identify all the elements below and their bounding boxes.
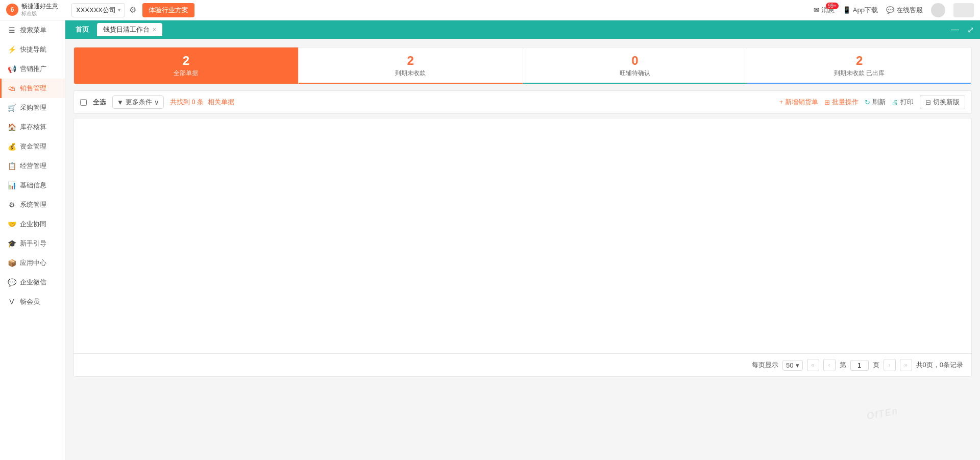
summary-cards: 2 全部单据 2 到期未收款 0 旺辅待确认 2 到期未收款 已出库: [74, 47, 972, 84]
sidebar-item-14[interactable]: V 畅会员: [0, 292, 65, 311]
sidebar-icon-5: 🏠: [8, 123, 16, 131]
sidebar-item-7[interactable]: 📋 经营管理: [0, 156, 65, 176]
app-header: 6 畅捷通好生意 标准版 XXXXXX公司 ▾ ⚙ 体验行业方案 ✉ 消息 99…: [0, 0, 980, 20]
sidebar-icon-10: 🤝: [8, 220, 16, 228]
card-count-3: 2: [757, 54, 961, 68]
sidebar-icon-3: 🛍: [8, 84, 16, 92]
summary-card-2[interactable]: 0 旺辅待确认: [523, 47, 748, 84]
sidebar-label-11: 新手引导: [20, 239, 46, 248]
card-count-1: 2: [309, 54, 512, 68]
page-size-value: 50: [786, 361, 793, 369]
batch-icon: ⊞: [824, 99, 830, 106]
sidebar-item-13[interactable]: 💬 企业微信: [0, 273, 65, 292]
sidebar: ☰ 搜索菜单 ⚡ 快捷导航 📢 营销推广 🛍 销售管理 🛒 采购管理 🏠 库存核…: [0, 20, 65, 460]
sidebar-icon-8: 📊: [8, 181, 16, 189]
sidebar-icon-7: 📋: [8, 162, 16, 170]
online-service-button[interactable]: 💬 在线客服: [886, 6, 923, 15]
page-next-label: 页: [873, 360, 879, 370]
summary-card-3[interactable]: 2 到期未收款 已出库: [747, 47, 971, 84]
last-page-button[interactable]: »: [900, 359, 912, 371]
settings-icon[interactable]: ⚙: [129, 5, 136, 15]
related-docs-link[interactable]: 相关单据: [208, 98, 234, 106]
page-size-select[interactable]: 50 ▾: [782, 360, 802, 371]
prev-page-icon: ‹: [828, 361, 830, 369]
print-button[interactable]: 🖨 打印: [892, 98, 914, 107]
avatar[interactable]: [931, 3, 945, 17]
sidebar-label-1: 快捷导航: [20, 45, 46, 54]
sidebar-item-0[interactable]: ☰ 搜索菜单: [0, 20, 65, 40]
refresh-button[interactable]: ↻ 刷新: [865, 98, 886, 107]
download-icon: 📱: [843, 6, 851, 14]
tab-workbench[interactable]: 钱货日清工作台 ×: [97, 23, 162, 36]
card-label-1: 到期未收款: [309, 69, 512, 78]
pagination: 每页显示 50 ▾ « ‹ 第 页 › » 共0页，0条记录: [74, 353, 971, 376]
sidebar-item-6[interactable]: 💰 资金管理: [0, 137, 65, 156]
prev-page-button[interactable]: ‹: [823, 359, 836, 371]
print-label: 打印: [900, 98, 914, 107]
app-logo: 6 畅捷通好生意 标准版: [6, 3, 71, 17]
user-name-placeholder[interactable]: [953, 3, 974, 17]
sidebar-label-5: 库存核算: [20, 123, 46, 132]
sidebar-item-12[interactable]: 📦 应用中心: [0, 253, 65, 273]
last-page-icon: »: [904, 361, 908, 369]
select-all-checkbox[interactable]: [80, 99, 87, 106]
sidebar-item-10[interactable]: 🤝 企业协同: [0, 214, 65, 234]
print-icon: 🖨: [892, 99, 898, 106]
company-name: XXXXXX公司: [76, 6, 116, 15]
sidebar-item-4[interactable]: 🛒 采购管理: [0, 98, 65, 117]
sidebar-item-3[interactable]: 🛍 销售管理: [0, 79, 65, 98]
tab-maximize-icon[interactable]: ⤢: [965, 24, 976, 36]
first-page-button[interactable]: «: [807, 359, 819, 371]
logo-icon: 6: [6, 4, 18, 16]
sidebar-label-7: 经营管理: [20, 161, 46, 171]
app-download-label: App下载: [853, 6, 878, 15]
filter-icon: ▼: [117, 99, 124, 106]
app-download-button[interactable]: 📱 App下载: [843, 6, 878, 15]
app-version: 标准版: [21, 10, 58, 17]
sidebar-icon-6: 💰: [8, 142, 16, 151]
chevron-icon: ∨: [154, 99, 159, 106]
count-number: 0: [192, 98, 195, 106]
summary-card-1[interactable]: 2 到期未收款: [299, 47, 523, 84]
add-sales-order-button[interactable]: + 新增销货单: [779, 98, 818, 107]
sidebar-label-10: 企业协同: [20, 220, 46, 229]
card-label-3: 到期未收款 已出库: [757, 69, 961, 78]
sidebar-label-6: 资金管理: [20, 142, 46, 151]
sidebar-label-2: 营销推广: [20, 64, 46, 74]
refresh-label: 刷新: [872, 98, 886, 107]
sidebar-label-13: 企业微信: [20, 278, 46, 287]
message-badge: 99+: [826, 3, 839, 9]
toolbar-left: 全选 ▼ 更多条件 ∨ 共找到 0 条 相关单据: [80, 95, 234, 109]
sidebar-item-8[interactable]: 📊 基础信息: [0, 176, 65, 195]
sidebar-label-3: 销售管理: [20, 84, 46, 93]
company-selector[interactable]: XXXXXX公司 ▾: [71, 3, 125, 17]
sidebar-icon-13: 💬: [8, 278, 16, 286]
trial-button[interactable]: 体验行业方案: [142, 3, 194, 17]
sidebar-item-9[interactable]: ⚙ 系统管理: [0, 195, 65, 214]
add-sales-order-label: + 新增销货单: [779, 98, 818, 107]
count-info: 共找到 0 条 相关单据: [170, 98, 234, 107]
online-service-label: 在线客服: [896, 6, 923, 15]
sidebar-item-5[interactable]: 🏠 库存核算: [0, 117, 65, 137]
sidebar-item-2[interactable]: 📢 营销推广: [0, 59, 65, 79]
sidebar-item-11[interactable]: 🎓 新手引导: [0, 234, 65, 253]
card-underline-3: [747, 83, 971, 84]
sidebar-item-1[interactable]: ⚡ 快捷导航: [0, 40, 65, 59]
toolbar: 全选 ▼ 更多条件 ∨ 共找到 0 条 相关单据 + 新增销货单 ⊞ 批量操作: [74, 90, 972, 114]
page-number-input[interactable]: [850, 360, 869, 371]
batch-operation-button[interactable]: ⊞ 批量操作: [824, 98, 859, 107]
summary-card-0[interactable]: 2 全部单据: [74, 47, 299, 84]
message-icon: ✉: [814, 6, 819, 14]
switch-icon: ⊟: [925, 99, 931, 106]
next-page-button[interactable]: ›: [884, 359, 896, 371]
sidebar-label-8: 基础信息: [20, 181, 46, 190]
switch-version-button[interactable]: ⊟ 切换新版: [920, 95, 965, 109]
first-page-icon: «: [811, 361, 815, 369]
filter-button[interactable]: ▼ 更多条件 ∨: [112, 95, 164, 109]
tab-minimize-icon[interactable]: —: [949, 24, 961, 36]
sidebar-icon-4: 🛒: [8, 104, 16, 112]
message-button[interactable]: ✉ 消息 99+: [814, 6, 835, 15]
tab-close-icon[interactable]: ×: [153, 26, 156, 33]
tab-home[interactable]: 首页: [69, 23, 95, 36]
page-size-arrow: ▾: [796, 361, 799, 369]
